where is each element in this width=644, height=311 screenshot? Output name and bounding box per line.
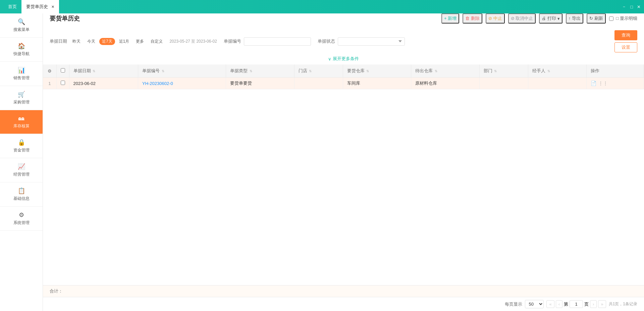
sidebar-item-finance-mgmt-label: 资金管理 xyxy=(13,147,30,153)
row-num: 1 xyxy=(43,78,56,89)
next-page-button[interactable]: › xyxy=(590,300,597,308)
print-button[interactable]: 🖨 打印 ▾ xyxy=(539,13,562,24)
sidebar-item-system-mgmt[interactable]: ⚙ 系统管理 xyxy=(0,207,43,231)
tab-order-history[interactable]: 要货单历史 ✕ xyxy=(21,0,59,13)
prev-page-button[interactable]: ‹ xyxy=(556,300,562,308)
doc-number-sort-icon: ⇅ xyxy=(162,69,164,73)
last-page-button[interactable]: » xyxy=(598,300,606,308)
first-page-button[interactable]: « xyxy=(546,300,554,308)
display-detail-label: □ 显示明细 xyxy=(616,15,637,21)
store-sort-icon: ⇅ xyxy=(309,69,312,73)
doc-number-col-header[interactable]: 单据编号 ⇅ xyxy=(138,64,226,78)
row-checkbox-cell[interactable] xyxy=(56,78,69,89)
checkbox-col-header[interactable] xyxy=(56,64,69,78)
sidebar-item-inventory[interactable]: 🏘 库存核算 xyxy=(0,110,43,134)
doc-number-label: 单据编号 xyxy=(224,38,241,44)
expand-more-chevron: ∨ xyxy=(328,56,331,61)
date-range-text: 2023-05-27 至 2023-06-02 xyxy=(169,39,217,44)
date-filter-label: 单据日期 xyxy=(50,38,67,44)
actions-col-header: 操作 xyxy=(587,64,644,78)
window-close[interactable]: ✕ xyxy=(637,4,641,9)
sidebar-item-operation-mgmt[interactable]: 📈 经营管理 xyxy=(0,158,43,182)
date-chip-yesterday[interactable]: 昨天 xyxy=(70,38,83,45)
data-table: ⚙ 单据日期 ⇅ 单据编号 ⇅ 单据类型 xyxy=(43,64,644,89)
handler-col-header[interactable]: 经手人 ⇅ xyxy=(528,64,586,78)
sidebar-item-system-mgmt-label: 系统管理 xyxy=(13,220,30,226)
sidebar: 🔍 搜索菜单 🏠 快捷导航 📊 销售管理 🛒 采购管理 🏘 库存核算 🔒 资金管… xyxy=(0,13,43,311)
tab-order-history-label: 要货单历史 xyxy=(26,4,48,10)
tab-home[interactable]: 首页 xyxy=(3,0,21,13)
doc-number-filter-group: 单据编号 xyxy=(224,37,311,46)
date-chip-more[interactable]: 更多 xyxy=(133,38,147,45)
export-button-label: ↑ 导出 xyxy=(569,15,581,21)
date-chip-today[interactable]: 今天 xyxy=(85,38,98,45)
refresh-button-label: ↻ 刷新 xyxy=(589,15,603,21)
doc-number-link[interactable]: YH-20230602-0 xyxy=(142,81,173,86)
row-actions: 📄 ⋮⋮ xyxy=(587,78,644,89)
expand-more-button[interactable]: ∨ 展开更多条件 xyxy=(328,56,359,62)
page-suffix: 页 xyxy=(584,301,589,307)
sidebar-item-purchase-mgmt[interactable]: 🛒 采购管理 xyxy=(0,86,43,110)
doc-number-input[interactable] xyxy=(244,37,311,46)
new-button-label: + 新增 xyxy=(444,15,457,21)
stop-button[interactable]: ⊘ 中止 xyxy=(486,13,505,24)
row-edit-icon[interactable]: 📄 xyxy=(591,81,596,86)
pending-warehouse-col-header[interactable]: 待出仓库 ⇅ xyxy=(411,64,480,78)
sidebar-item-sales-mgmt[interactable]: 📊 销售管理 xyxy=(0,62,43,86)
row-more-icon[interactable]: ⋮⋮ xyxy=(598,81,608,86)
delete-button-label: 🗑 删除 xyxy=(465,15,480,21)
sidebar-item-finance-mgmt[interactable]: 🔒 资金管理 xyxy=(0,134,43,158)
tab-close-icon[interactable]: ✕ xyxy=(51,5,54,9)
stop-button-label: ⊘ 中止 xyxy=(488,15,502,21)
status-select[interactable] xyxy=(338,37,405,46)
date-chip-custom[interactable]: 自定义 xyxy=(148,38,165,45)
settings-button[interactable]: 设置 xyxy=(614,42,637,52)
sidebar-item-quick-nav[interactable]: 🏠 快捷导航 xyxy=(0,38,43,62)
sidebar-item-search-menu[interactable]: 🔍 搜索菜单 xyxy=(0,13,43,38)
footer-sum: 合计： xyxy=(43,285,644,297)
export-button[interactable]: ↑ 导出 xyxy=(566,13,583,24)
select-all-checkbox[interactable] xyxy=(61,68,65,73)
sidebar-item-search-menu-label: 搜索菜单 xyxy=(13,27,30,33)
doc-type-col-header[interactable]: 单据类型 ⇅ xyxy=(226,64,294,78)
req-warehouse-sort-icon: ⇅ xyxy=(366,69,369,73)
department-col-header[interactable]: 部门 ⇅ xyxy=(479,64,528,78)
doc-date-col-header[interactable]: 单据日期 ⇅ xyxy=(69,64,138,78)
row-doc-number[interactable]: YH-20230602-0 xyxy=(138,78,226,89)
display-detail-checkbox[interactable] xyxy=(609,16,613,21)
sidebar-item-operation-mgmt-label: 经营管理 xyxy=(13,172,30,177)
row-req-warehouse: 车间库 xyxy=(343,78,411,89)
date-chip-last7days[interactable]: 近7天 xyxy=(99,38,115,45)
doc-number-col-label: 单据编号 xyxy=(142,68,160,73)
doc-date-col-label: 单据日期 xyxy=(73,68,91,73)
sidebar-item-purchase-mgmt-label: 采购管理 xyxy=(13,99,30,105)
row-checkbox[interactable] xyxy=(61,81,65,85)
page-input[interactable] xyxy=(570,300,583,308)
query-button[interactable]: 查询 xyxy=(614,30,637,40)
finance-mgmt-icon: 🔒 xyxy=(18,139,25,146)
sidebar-item-quick-nav-label: 快捷导航 xyxy=(13,51,30,57)
window-maximize[interactable]: □ xyxy=(630,4,633,9)
row-department xyxy=(479,78,528,89)
sidebar-item-inventory-label: 库存核算 xyxy=(13,123,30,129)
display-detail-toggle[interactable]: □ 显示明细 xyxy=(609,15,637,21)
refresh-button[interactable]: ↻ 刷新 xyxy=(587,13,606,24)
new-button[interactable]: + 新增 xyxy=(441,13,459,24)
req-warehouse-col-header[interactable]: 要货仓库 ⇅ xyxy=(343,64,411,78)
sidebar-item-basic-info[interactable]: 📋 基础信息 xyxy=(0,182,43,207)
delete-button[interactable]: 🗑 删除 xyxy=(463,13,482,24)
per-page-select[interactable]: 10 20 50 100 xyxy=(525,300,544,308)
settings-col-header[interactable]: ⚙ xyxy=(43,64,56,78)
date-chips: 昨天 今天 近7天 近1月 更多 自定义 xyxy=(70,38,165,45)
store-col-header[interactable]: 门店 ⇅ xyxy=(294,64,343,78)
date-chip-last1month[interactable]: 近1月 xyxy=(116,38,132,45)
print-button-label: 🖨 打印 xyxy=(542,15,556,21)
window-minimize[interactable]: － xyxy=(622,4,626,10)
quick-nav-icon: 🏠 xyxy=(18,42,25,50)
page-label: 第 xyxy=(564,301,568,307)
print-dropdown-icon[interactable]: ▾ xyxy=(557,16,560,21)
req-warehouse-col-label: 要货仓库 xyxy=(347,68,365,73)
cancel-stop-button[interactable]: ⊘ 取消中止 xyxy=(508,13,536,24)
filter-buttons: 查询 设置 xyxy=(614,30,637,52)
sidebar-item-sales-mgmt-label: 销售管理 xyxy=(13,75,30,81)
